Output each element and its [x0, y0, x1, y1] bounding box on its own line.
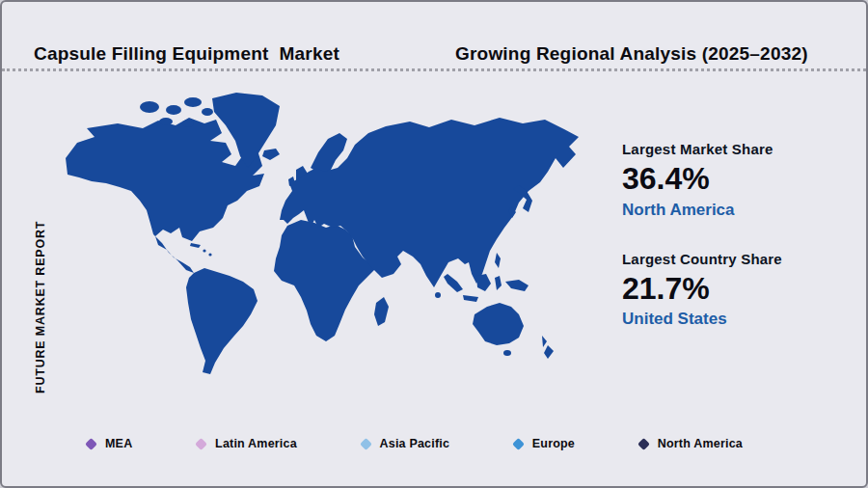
diamond-marker-icon [195, 438, 207, 450]
legend-label: Latin America [215, 437, 297, 450]
stat-region: North America [622, 201, 854, 220]
dotted-separator [2, 68, 866, 71]
legend-label: Europe [532, 437, 575, 450]
diamond-marker-icon [512, 438, 525, 450]
stat-value: 21.7% [622, 273, 854, 306]
brand-watermark: FUTURE MARKET REPORT [34, 222, 47, 393]
infographic-frame: Capsule Filling Equipment Market Growing… [0, 0, 868, 488]
diamond-marker-icon [637, 438, 650, 450]
legend-item-latin-america: Latin America [197, 437, 297, 450]
stat-label: Largest Market Share [622, 141, 854, 157]
legend-label: North America [658, 437, 743, 450]
legend-item-north-america: North America [639, 437, 743, 450]
stat-region: United States [622, 310, 854, 329]
market-title: Capsule Filling Equipment Market [34, 43, 339, 65]
stat-label: Largest Country Share [622, 251, 854, 267]
legend-item-asia-pacific: Asia Pacific [362, 437, 450, 450]
stat-value: 36.4% [622, 163, 854, 196]
stat-market-share: Largest Market Share 36.4% North America [622, 141, 854, 220]
stats-panel: Largest Market Share 36.4% North America… [622, 141, 854, 360]
diamond-marker-icon [85, 438, 97, 450]
world-map [58, 83, 594, 403]
diamond-marker-icon [360, 438, 372, 450]
legend-item-mea: MEA [87, 437, 132, 450]
legend-item-europe: Europe [514, 437, 575, 450]
stat-country-share: Largest Country Share 21.7% United State… [622, 251, 854, 330]
region-legend: MEA Latin America Asia Pacific Europe No… [87, 433, 743, 454]
analysis-title: Growing Regional Analysis (2025–2032) [455, 43, 808, 65]
legend-label: MEA [105, 437, 132, 450]
legend-label: Asia Pacific [380, 437, 450, 450]
